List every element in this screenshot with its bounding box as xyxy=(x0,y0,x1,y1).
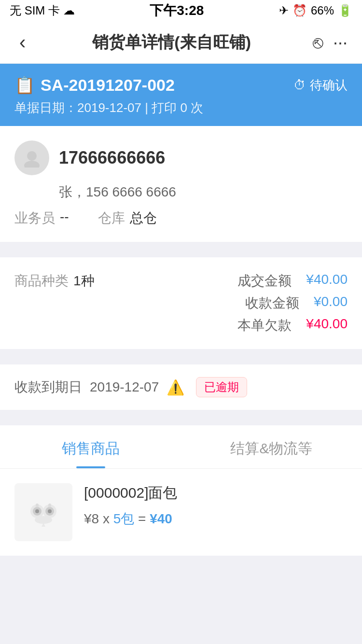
customer-top: 17666666666 xyxy=(14,140,348,175)
back-button[interactable]: ‹ xyxy=(14,27,30,58)
amount-label-0: 成交金额 xyxy=(237,272,292,290)
product-info: [0000002]面包 ¥8 x 5包 = ¥40 xyxy=(84,483,348,528)
amount-row-0: 成交金额 ¥40.00 xyxy=(237,272,348,290)
amount-label-2: 本单欠款 xyxy=(237,316,292,335)
product-type-label: 商品种类 xyxy=(14,272,69,290)
due-card: 收款到期日 2019-12-07 ⚠️ 已逾期 xyxy=(0,364,362,410)
svg-point-7 xyxy=(48,509,52,513)
amount-value-0: ¥40.00 xyxy=(306,272,348,290)
amount-label-1: 收款金额 xyxy=(245,294,299,312)
divider-2 xyxy=(0,357,362,364)
order-status: ⏱ 待确认 xyxy=(293,77,348,94)
avatar xyxy=(14,140,49,175)
product-name: [0000002]面包 xyxy=(84,483,348,503)
amount-row-1: 收款金额 ¥0.00 xyxy=(245,294,348,312)
order-icon: 📋 xyxy=(14,75,35,95)
divider-3 xyxy=(0,418,362,425)
battery-icon: 🔋 xyxy=(338,4,352,17)
alarm-icon: ⏰ xyxy=(292,4,307,17)
amount-value-1: ¥0.00 xyxy=(314,294,348,312)
tab-products[interactable]: 销售商品 xyxy=(0,425,181,468)
battery-level: 66% xyxy=(311,4,334,17)
salesman-label: 业务员 xyxy=(14,209,55,227)
price-text: ¥8 x xyxy=(84,511,113,526)
order-id-text: SA-20191207-002 xyxy=(41,76,175,95)
due-date: 2019-12-07 xyxy=(90,379,159,395)
page-title: 销货单详情(来自旺铺) xyxy=(92,31,251,54)
salesman-value: -- xyxy=(60,209,69,227)
svg-point-0 xyxy=(27,151,37,161)
warning-icon: ⚠️ xyxy=(167,379,184,396)
tabs: 销售商品 结算&物流等 xyxy=(0,425,362,469)
divider-1 xyxy=(0,250,362,257)
overdue-badge: 已逾期 xyxy=(196,377,247,397)
customer-name: 张，156 6666 6666 xyxy=(59,183,348,201)
due-label: 收款到期日 xyxy=(14,378,82,396)
svg-point-1 xyxy=(24,161,40,168)
status-bar: 无 SIM 卡 ☁ 下午3:28 ✈ ⏰ 66% 🔋 xyxy=(0,0,362,21)
summary-card: 商品种类 1种 成交金额 ¥40.00 收款金额 ¥0.00 本单欠款 ¥40.… xyxy=(0,257,362,349)
product-item: [0000002]面包 ¥8 x 5包 = ¥40 xyxy=(0,469,362,556)
nav-actions: ⎋ ··· xyxy=(313,32,348,53)
warehouse-value: 总仓 xyxy=(130,209,157,227)
svg-rect-11 xyxy=(48,504,51,507)
warehouse-label: 仓库 xyxy=(98,209,125,227)
status-text: 待确认 xyxy=(310,77,348,94)
order-id: 📋 SA-20191207-002 xyxy=(14,75,175,95)
tab-settlement[interactable]: 结算&物流等 xyxy=(181,425,362,468)
customer-phone: 17666666666 xyxy=(59,148,165,168)
product-thumbnail xyxy=(14,483,72,541)
product-type-value: 1种 xyxy=(73,272,95,290)
price-equals: = xyxy=(134,511,150,526)
svg-point-6 xyxy=(35,509,39,513)
location-icon: ✈ xyxy=(279,4,289,17)
clock-icon: ⏱ xyxy=(293,78,306,93)
products-section: [0000002]面包 ¥8 x 5包 = ¥40 xyxy=(0,469,362,556)
customer-card: 17666666666 张，156 6666 6666 业务员 -- 仓库 总仓 xyxy=(0,126,362,242)
more-button[interactable]: ··· xyxy=(333,32,348,53)
nav-bar: ‹ 销货单详情(来自旺铺) ⎋ ··· xyxy=(0,21,362,64)
price-total: ¥40 xyxy=(150,511,172,526)
order-header: 📋 SA-20191207-002 ⏱ 待确认 单据日期：2019-12-07 … xyxy=(0,64,362,126)
amount-row-2: 本单欠款 ¥40.00 xyxy=(237,316,348,335)
order-date: 单据日期：2019-12-07 | 打印 0 次 xyxy=(14,99,348,116)
product-type: 商品种类 1种 xyxy=(14,272,95,290)
share-button[interactable]: ⎋ xyxy=(313,32,323,53)
bottom-area xyxy=(0,563,362,644)
product-price: ¥8 x 5包 = ¥40 xyxy=(84,510,348,528)
sim-status: 无 SIM 卡 ☁ xyxy=(10,3,75,18)
amount-value-2: ¥40.00 xyxy=(306,316,348,335)
svg-point-8 xyxy=(35,516,52,524)
warehouse-meta: 仓库 总仓 xyxy=(98,209,157,227)
amounts: 成交金额 ¥40.00 收款金额 ¥0.00 本单欠款 ¥40.00 xyxy=(237,272,348,335)
customer-meta: 业务员 -- 仓库 总仓 xyxy=(14,209,348,227)
salesman-meta: 业务员 -- xyxy=(14,209,69,227)
price-qty: 5包 xyxy=(113,511,135,526)
status-right: ✈ ⏰ 66% 🔋 xyxy=(279,4,352,17)
status-left: 无 SIM 卡 ☁ xyxy=(10,3,75,18)
svg-rect-10 xyxy=(36,504,39,507)
status-time: 下午3:28 xyxy=(150,1,204,20)
